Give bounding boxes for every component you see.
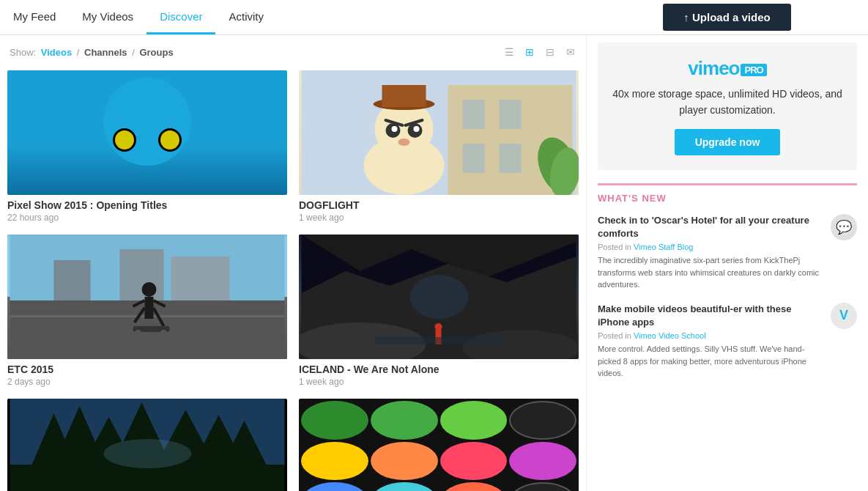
svg-rect-39 [375,337,503,344]
svg-point-40 [410,275,469,319]
color-cell [509,401,576,440]
video-thumb-last-great: THE LAST GREAT PLACE [7,399,287,491]
alien-face-decoration [7,70,287,195]
color-cell [371,442,438,481]
video-title: ICELAND - We Are Not Alone [299,363,579,375]
etc-svg [7,235,287,359]
svg-rect-22 [171,256,230,300]
news-item-desc: The incredibly imaginative six-part seri… [598,254,825,291]
content-area: Show: Videos / Channels / Groups [0,35,586,491]
news-item-meta: Posted in Vimeo Video School [598,331,825,340]
show-label: Show: [10,47,36,58]
filter-sep2: / [132,47,135,58]
video-title: Pixel Show 2015 : Opening Titles [7,199,287,211]
color-cell [509,442,576,481]
svg-rect-23 [54,260,91,300]
color-cell [301,401,368,440]
vimeo-pro-badge: PRO [741,64,766,76]
whats-new-section: WHAT'S NEW Check in to 'Oscar's Hotel' f… [598,183,857,380]
vimeo-logo-text: vimeo [688,57,739,79]
view-grid2-icon[interactable] [542,45,558,59]
color-cell [371,401,438,440]
news-item-title: Make mobile videos beautiful-er with the… [598,303,825,329]
video-card-last-great[interactable]: THE LAST GREAT PLACE THE LAST GREAT PLAC… [7,399,287,491]
video-time: 1 week ago [299,213,579,223]
alien-eye-right [158,128,182,152]
color-cell [371,482,438,491]
view-mail-icon[interactable] [563,45,579,59]
svg-point-25 [142,282,157,297]
iceland-svg [299,235,579,359]
tab-discover[interactable]: Discover [146,0,215,34]
nav-right-section: ↑ Upload a video [586,0,868,34]
video-grid: Pixel Show 2015 : Opening Titles 22 hour… [7,70,579,491]
video-title: DOGFLIGHT [299,199,579,211]
filter-sep1: / [77,47,80,58]
news-meta-link[interactable]: Vimeo Video School [634,331,706,340]
sidebar: vimeoPRO 40x more storage space, unlimit… [586,35,868,491]
news-item-oscars-hotel: Check in to 'Oscar's Hotel' for all your… [598,214,857,291]
tab-my-videos[interactable]: My Videos [69,0,146,34]
svg-rect-21 [120,249,164,300]
svg-rect-2 [463,100,485,129]
color-cell [301,442,368,481]
video-card-colorful[interactable] [299,399,579,491]
forest-svg: THE LAST GREAT PLACE [7,399,287,491]
video-time: 22 hours ago [7,213,287,223]
whats-new-title: WHAT'S NEW [598,193,857,204]
news-item-iphone-apps: Make mobile videos beautiful-er with the… [598,303,857,380]
news-item-content: Make mobile videos beautiful-er with the… [598,303,825,380]
filter-videos-link[interactable]: Videos [41,47,72,58]
vimeo-pro-promo: vimeoPRO 40x more storage space, unlimit… [598,43,857,170]
news-item-icon-vimeo: V [831,303,857,329]
svg-rect-4 [463,144,485,173]
iceland-scene [299,235,579,359]
upgrade-now-button[interactable]: Upgrade now [675,129,781,155]
nav-tabs: My Feed My Videos Discover Activity [0,0,586,34]
video-card-iceland[interactable]: ICELAND - We Are Not Alone 1 week ago [299,235,579,387]
tab-my-feed[interactable]: My Feed [0,0,69,34]
alien-eye-left [113,128,136,152]
view-list-icon[interactable] [501,45,517,59]
color-cell [301,482,368,491]
main-layout: Show: Videos / Channels / Groups [0,35,868,491]
filter-show: Show: Videos / Channels / Groups [7,47,174,58]
svg-point-50 [104,439,192,468]
news-posted-in: Posted in [598,331,631,340]
video-thumb-etc [7,235,287,359]
video-time: 2 days ago [7,377,287,387]
top-navigation: My Feed My Videos Discover Activity ↑ Up… [0,0,868,35]
news-meta-link[interactable]: Vimeo Staff Blog [634,243,694,251]
svg-point-15 [414,126,420,132]
svg-point-14 [392,126,398,132]
svg-point-16 [398,139,410,146]
tab-activity[interactable]: Activity [215,0,277,34]
color-cell [509,482,576,491]
filter-channels-link[interactable]: Channels [84,47,127,58]
news-item-title: Check in to 'Oscar's Hotel' for all your… [598,214,825,240]
video-card-etc[interactable]: ETC 2015 2 days ago [7,235,287,387]
vimeo-pro-logo: vimeoPRO [612,57,842,80]
news-item-icon-bubble: 💬 [831,214,857,240]
filter-groups-link[interactable]: Groups [139,47,173,58]
svg-rect-26 [145,297,154,319]
view-toggle [501,45,579,59]
video-card-pixel-show[interactable]: Pixel Show 2015 : Opening Titles 22 hour… [7,70,287,223]
alien-eyes [113,128,182,152]
svg-rect-3 [500,100,522,129]
news-item-content: Check in to 'Oscar's Hotel' for all your… [598,214,825,291]
svg-point-32 [135,330,142,337]
svg-rect-5 [500,144,522,173]
view-grid-icon[interactable] [522,45,538,59]
video-thumb-iceland [299,235,579,359]
video-card-dogflight[interactable]: DOGFLIGHT 1 week ago [299,70,579,223]
video-title: ETC 2015 [7,363,287,375]
filter-bar: Show: Videos / Channels / Groups [7,43,579,62]
dogflight-svg [299,70,579,195]
news-item-meta: Posted in Vimeo Staff Blog [598,243,825,251]
svg-rect-42 [10,465,285,491]
svg-point-38 [435,323,442,331]
upload-video-button[interactable]: ↑ Upload a video [663,4,790,31]
vimeo-pro-description: 40x more storage space, unlimited HD vid… [612,86,842,119]
color-cell [440,482,508,491]
